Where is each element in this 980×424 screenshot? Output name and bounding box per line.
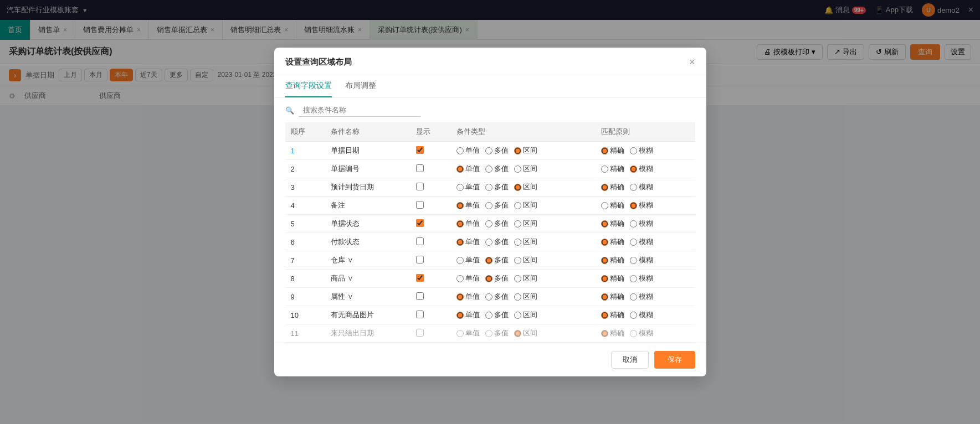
tab-query-fields[interactable]: 查询字段设置: [285, 75, 332, 97]
tab-layout-adjust[interactable]: 布局调整: [345, 75, 376, 97]
settings-dialog: 设置查询区域布局 × 查询字段设置 布局调整 🔍 顺序 条件名称: [274, 48, 706, 106]
modal-overlay: 设置查询区域布局 × 查询字段设置 布局调整 🔍 顺序 条件名称: [0, 0, 980, 106]
dialog-title: 设置查询区域布局: [285, 57, 352, 68]
dialog-header: 设置查询区域布局 ×: [274, 48, 706, 75]
dialog-close-btn[interactable]: ×: [689, 56, 695, 68]
dialog-tabs: 查询字段设置 布局调整: [274, 75, 706, 98]
dialog-search-area: 🔍: [274, 98, 706, 106]
search-input[interactable]: [299, 104, 420, 106]
